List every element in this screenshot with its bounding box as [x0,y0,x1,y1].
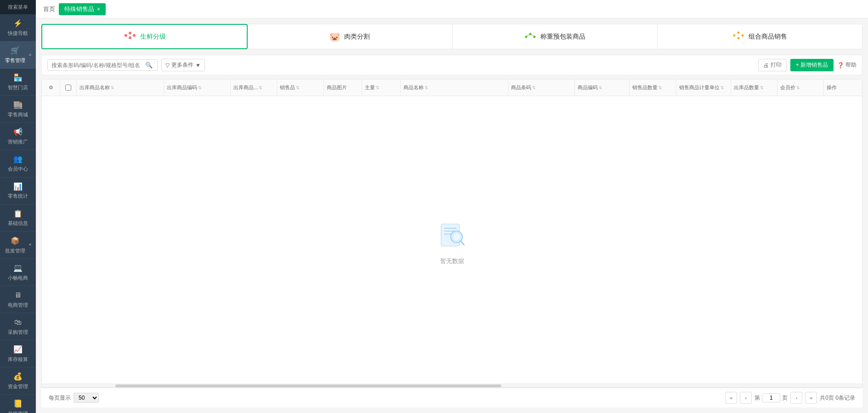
filter-button[interactable]: ▽ 更多条件 ▼ [161,59,205,71]
page-number-input[interactable] [762,393,780,402]
sidebar-item-retailmall[interactable]: 🏬 零售商城 [0,96,36,123]
svg-line-8 [530,34,534,37]
next-page-button[interactable]: › [790,392,802,404]
sidebar-item-basicinfo1[interactable]: 📋 基础信息 [0,205,36,232]
sidebar-item-label: 资金管理 [8,383,28,390]
finance-icon: 💰 [13,372,23,382]
page-size-dropdown[interactable]: 50 10 20 100 [74,393,99,403]
th-checkbox[interactable] [60,80,77,96]
home-link[interactable]: 首页 [43,5,55,13]
sort-icon[interactable]: ⇅ [796,86,800,90]
sidebar-item-retail[interactable]: 🛒 零售管理 ▲ [0,41,36,69]
print-button[interactable]: 🖨 打印 [758,59,787,71]
search-icon[interactable]: 🔍 [145,62,153,69]
help-label: 帮助 [845,61,857,69]
retailmall-icon: 🏬 [13,100,23,110]
first-page-button[interactable]: « [725,392,737,404]
combo-icon [732,30,745,43]
sidebar-item-label: 智慧门店 [8,84,28,91]
sort-icon[interactable]: ⇅ [296,86,300,90]
th-unit: 销售商品计量单位 ⇅ [676,80,731,96]
svg-line-19 [460,241,464,245]
sidebar-item-label: 小畅电商 [8,275,28,281]
help-button[interactable]: ❓ 帮助 [837,61,857,69]
sidebar-search[interactable]: 搜索菜单 [0,0,36,14]
sidebar-item-label: 总账管理 [8,410,28,413]
cat-tab-meat-label: 肉类分割 [344,33,370,41]
print-label: 打印 [771,61,782,69]
th-member-price: 会员价 ⇅ [777,80,824,96]
sort-icon[interactable]: ⇅ [111,86,114,90]
sort-icon[interactable]: ⇅ [198,86,202,90]
sidebar-item-wholesale[interactable]: 📦 批发管理 ▼ [0,232,36,259]
toolbar-left: 🔍 ▽ 更多条件 ▼ [47,59,205,71]
sort-icon[interactable]: ⇅ [532,86,536,90]
add-button[interactable]: + 新增销售品 [790,59,834,71]
active-tab[interactable]: 特殊销售品 × [59,3,106,15]
last-page-button[interactable]: » [805,392,817,404]
svg-point-11 [742,34,744,37]
table-body: 暂无数据 [42,96,862,384]
th-sale: 销售品 ⇅ [277,80,323,96]
retail-arrow: ▲ [28,52,32,57]
svg-rect-14 [444,228,456,229]
sort-icon[interactable]: ⇅ [599,86,602,90]
add-label: + 新增销售品 [796,61,828,69]
tab-close-icon[interactable]: × [97,6,100,12]
cat-tab-meat[interactable]: 🐷 肉类分割 [247,24,452,49]
cat-tab-fresh-label: 生鲜分级 [140,33,166,41]
sidebar: 搜索菜单 ⚡ 快捷导航 🛒 零售管理 ▲ 🏪 智慧门店 🏬 零售商城 📢 营销推… [0,0,36,413]
search-box[interactable]: 🔍 [47,59,158,71]
sort-icon[interactable]: ⇅ [425,86,428,90]
cat-tab-fresh[interactable]: 生鲜分级 [41,24,248,49]
sidebar-item-retailstats[interactable]: 📊 零售统计 [0,178,36,205]
page-size-label: 每页显示 [49,394,71,402]
page-content: 生鲜分级 🐷 肉类分割 称重预包装商品 [36,18,868,413]
sort-icon[interactable]: ⇅ [376,86,380,90]
sidebar-item-ecommerce[interactable]: 💻 小畅电商 [0,259,36,286]
cat-tab-combo[interactable]: 组合商品销售 [658,24,862,49]
th-goods-code: 商品编码 ⇅ [575,80,630,96]
empty-illustration [434,215,471,252]
sidebar-item-ledger[interactable]: 📒 总账管理 [0,395,36,413]
sidebar-item-purchase[interactable]: 🛍 采购管理 [0,313,36,340]
sort-icon[interactable]: ⇅ [720,86,724,90]
smartstore-icon: 🏪 [13,73,23,83]
print-icon: 🖨 [763,62,769,69]
toolbar: 🔍 ▽ 更多条件 ▼ 🖨 打印 + 新增销售品 ❓ 帮助 [41,55,862,75]
cat-tab-weigh[interactable]: 称重预包装商品 [453,24,658,49]
sidebar-item-label: 零售统计 [8,193,28,199]
sidebar-item-marketing[interactable]: 📢 营销推广 [0,123,36,150]
sort-icon[interactable]: ⇅ [760,86,764,90]
search-input[interactable] [51,62,143,69]
marketing-icon: 📢 [13,127,23,137]
filter-icon: ▽ [165,62,170,69]
th-settings[interactable]: ⚙ [42,80,60,96]
select-all-checkbox[interactable] [65,85,71,91]
svg-point-18 [453,233,460,241]
sidebar-item-label: 采购管理 [8,329,28,335]
sidebar-item-inventory[interactable]: 📈 库存核算 [0,340,36,367]
meat-icon: 🐷 [329,31,340,42]
sidebar-item-ecmgmt[interactable]: 🖥 电商管理 [0,286,36,313]
sidebar-item-smartstore[interactable]: 🏪 智慧门店 [0,69,36,96]
empty-text: 暂无数据 [440,257,464,265]
cat-tab-combo-label: 组合商品销售 [749,33,787,41]
svg-point-12 [738,37,740,40]
sort-icon[interactable]: ⇅ [658,86,662,90]
th-goods-name: 商品名称 ⇅ [401,80,508,96]
page-input: 第 页 [755,393,788,402]
prev-page-button[interactable]: ‹ [740,392,752,404]
sidebar-item-finance[interactable]: 💰 资金管理 [0,367,36,395]
sort-icon[interactable]: ⇅ [259,86,262,90]
members-icon: 👥 [13,155,23,164]
page-label: 第 [755,394,760,402]
sidebar-item-quicknav[interactable]: ⚡ 快捷导航 [0,14,36,41]
retailstats-icon: 📊 [13,182,23,192]
basicinfo1-icon: 📋 [13,209,23,219]
scrollbar-thumb[interactable] [115,384,501,387]
sidebar-item-members[interactable]: 👥 会员中心 [0,150,36,177]
table-header: ⚙ 出库商品名称 ⇅ 出库商品编码 ⇅ 出库商品... ⇅ 销售品 [42,80,862,96]
horizontal-scrollbar[interactable] [42,384,862,387]
page-nav: « ‹ 第 页 › » 共0页 0条记录 [725,392,855,404]
